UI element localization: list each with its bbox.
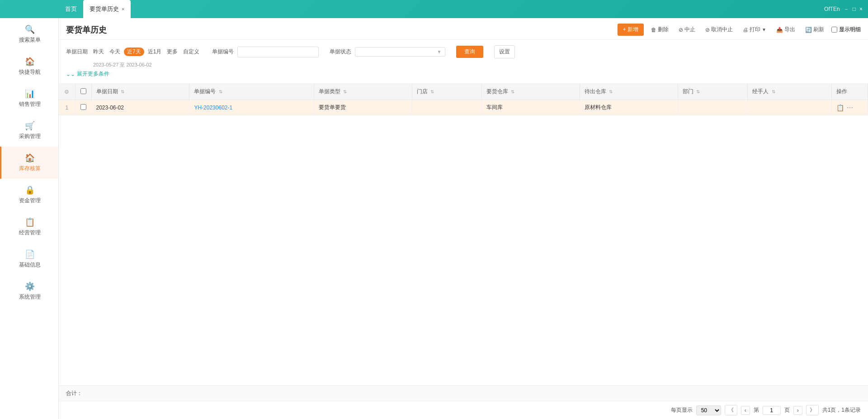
row-more-icon[interactable]: ⋯ bbox=[847, 104, 853, 111]
top-bar: 首页 要货单历史 × OfTEn － □ × bbox=[0, 0, 868, 18]
sort-doctype-icon[interactable]: ⇅ bbox=[343, 89, 347, 94]
sidebar-item-system[interactable]: ⚙️ 系统管理 bbox=[0, 275, 58, 307]
sidebar-item-operation[interactable]: 📋 经营管理 bbox=[0, 211, 58, 243]
date-filter-group: 单据日期 昨天 今天 近7天 近1月 更多 自定义 bbox=[66, 48, 201, 56]
stop-icon: ⊘ bbox=[679, 27, 683, 33]
shortcut-7days[interactable]: 近7天 bbox=[124, 48, 144, 56]
brand-label: OfTEn bbox=[824, 6, 840, 12]
date-shortcuts: 昨天 今天 近7天 近1月 更多 自定义 bbox=[91, 48, 201, 56]
delete-button[interactable]: 🗑 删除 bbox=[648, 24, 671, 35]
sidebar-item-label: 系统管理 bbox=[19, 293, 41, 301]
row-pending-warehouse: 原材料仓库 bbox=[580, 100, 678, 115]
prev-page-btn[interactable]: ‹ bbox=[741, 406, 750, 415]
sidebar-item-quick-nav[interactable]: 🏠 快捷导航 bbox=[0, 50, 58, 82]
minimize-btn[interactable]: － bbox=[844, 5, 849, 13]
total-info: 共1页，1条记录 bbox=[822, 406, 861, 414]
maximize-btn[interactable]: □ bbox=[853, 6, 856, 12]
sidebar-item-inventory[interactable]: 🏠 库存核算 bbox=[0, 147, 58, 179]
first-page-btn[interactable]: 《 bbox=[725, 405, 737, 415]
col-doc-no: 单据编号 ⇅ bbox=[189, 84, 314, 100]
window-close-btn[interactable]: × bbox=[859, 6, 863, 12]
row-num: 1 bbox=[59, 100, 75, 115]
sort-handler-icon[interactable]: ⇅ bbox=[772, 89, 775, 94]
print-button[interactable]: 🖨 打印 ▼ bbox=[740, 24, 769, 35]
sort-date-icon[interactable]: ⇅ bbox=[121, 89, 124, 94]
content-area: 要货单历史 + 新增 🗑 删除 ⊘ 中止 ⊘ 取消中止 🖨 打印 bbox=[59, 18, 868, 419]
query-button[interactable]: 查询 bbox=[456, 46, 483, 58]
sort-reqwh-icon[interactable]: ⇅ bbox=[511, 89, 514, 94]
date-range-text: 2023-05-27 至 2023-06-02 bbox=[93, 62, 152, 67]
expand-conditions-btn[interactable]: ⌄⌄ 展开更多条件 bbox=[66, 70, 861, 78]
row-handler bbox=[748, 100, 832, 115]
sidebar-item-search-menu[interactable]: 🔍 搜索菜单 bbox=[0, 18, 58, 50]
sidebar-item-label: 搜索菜单 bbox=[19, 36, 41, 44]
sort-pendwh-icon[interactable]: ⇅ bbox=[609, 89, 613, 94]
finance-icon: 🔒 bbox=[25, 185, 35, 195]
sidebar: 🔍 搜索菜单 🏠 快捷导航 📊 销售管理 🛒 采购管理 🏠 库存核算 🔒 资金管… bbox=[0, 18, 59, 419]
tab-close-icon[interactable]: × bbox=[122, 6, 124, 12]
cancel-stop-icon: ⊘ bbox=[705, 27, 710, 33]
shortcut-custom[interactable]: 自定义 bbox=[181, 48, 201, 56]
status-dropdown-icon: ▼ bbox=[437, 49, 441, 54]
data-table: ⚙ 单据日期 ⇅ 单据编号 ⇅ bbox=[59, 84, 868, 115]
filter-row-1: 单据日期 昨天 今天 近7天 近1月 更多 自定义 单据编号 bbox=[66, 45, 861, 58]
col-date: 单据日期 ⇅ bbox=[91, 84, 189, 100]
delete-icon: 🗑 bbox=[651, 27, 656, 33]
sales-icon: 📊 bbox=[25, 89, 35, 99]
row-edit-icon[interactable]: 📋 bbox=[836, 104, 844, 111]
base-info-icon: 📄 bbox=[25, 249, 35, 259]
show-detail-checkbox[interactable] bbox=[831, 27, 837, 33]
tab-active[interactable]: 要货单历史 × bbox=[83, 0, 131, 18]
shortcut-yesterday[interactable]: 昨天 bbox=[91, 48, 106, 56]
shortcut-today[interactable]: 今天 bbox=[108, 48, 122, 56]
row-store bbox=[412, 100, 481, 115]
sort-docno-icon[interactable]: ⇅ bbox=[219, 89, 222, 94]
col-settings[interactable]: ⚙ bbox=[59, 84, 75, 100]
table-container: ⚙ 单据日期 ⇅ 单据编号 ⇅ bbox=[59, 84, 868, 386]
doc-no-label: 单据编号 bbox=[212, 48, 234, 56]
next-page-btn[interactable]: › bbox=[793, 406, 802, 415]
cancel-stop-button[interactable]: ⊘ 取消中止 bbox=[703, 24, 736, 35]
page-input[interactable] bbox=[763, 406, 781, 415]
settings-button[interactable]: 设置 bbox=[494, 45, 515, 58]
stop-button[interactable]: ⊘ 中止 bbox=[676, 24, 698, 35]
tab-home[interactable]: 首页 bbox=[59, 0, 83, 18]
new-button[interactable]: + 新增 bbox=[618, 24, 644, 36]
print-dropdown-icon: ▼ bbox=[762, 27, 766, 32]
sort-dept-icon[interactable]: ⇅ bbox=[696, 89, 700, 94]
sidebar-item-base-info[interactable]: 📄 基础信息 bbox=[0, 243, 58, 275]
table-row: 1 2023-06-02 YH-20230602-1 要货单要货 车间库 原材料… bbox=[59, 100, 868, 115]
sidebar-item-purchase[interactable]: 🛒 采购管理 bbox=[0, 114, 58, 147]
export-button[interactable]: 📤 导出 bbox=[774, 24, 798, 35]
top-bar-right: OfTEn － □ × bbox=[824, 5, 868, 13]
export-icon: 📤 bbox=[776, 27, 783, 33]
sidebar-item-finance[interactable]: 🔒 资金管理 bbox=[0, 179, 58, 211]
show-detail-label[interactable]: 显示明细 bbox=[831, 26, 861, 33]
page-size-select[interactable]: 50 100 200 bbox=[696, 405, 721, 415]
status-select[interactable]: ▼ bbox=[355, 47, 445, 57]
row-actions: 📋 ⋯ bbox=[832, 100, 868, 115]
row-dept bbox=[678, 100, 747, 115]
sort-store-icon[interactable]: ⇅ bbox=[430, 89, 434, 94]
col-req-warehouse: 要货仓库 ⇅ bbox=[481, 84, 580, 100]
row-doc-no: YH-20230602-1 bbox=[189, 100, 314, 115]
row-checkbox[interactable] bbox=[80, 104, 86, 110]
shortcut-1month[interactable]: 近1月 bbox=[146, 48, 164, 56]
select-all-checkbox[interactable] bbox=[80, 88, 86, 94]
doc-no-input[interactable] bbox=[237, 47, 319, 57]
filter-area: 单据日期 昨天 今天 近7天 近1月 更多 自定义 单据编号 bbox=[59, 40, 868, 84]
sidebar-item-label: 资金管理 bbox=[19, 197, 41, 205]
table-header-row: ⚙ 单据日期 ⇅ 单据编号 ⇅ bbox=[59, 84, 868, 100]
row-req-warehouse: 车间库 bbox=[481, 100, 580, 115]
doc-no-link[interactable]: YH-20230602-1 bbox=[194, 105, 232, 111]
sidebar-item-label: 经营管理 bbox=[19, 229, 41, 237]
column-settings-icon[interactable]: ⚙ bbox=[64, 89, 69, 95]
sidebar-item-sales[interactable]: 📊 销售管理 bbox=[0, 82, 58, 114]
shortcut-more[interactable]: 更多 bbox=[165, 48, 179, 56]
refresh-button[interactable]: 🔄 刷新 bbox=[802, 24, 827, 35]
total-label: 合计： bbox=[66, 390, 82, 396]
sidebar-item-label: 采购管理 bbox=[19, 133, 41, 140]
col-handler: 经手人 ⇅ bbox=[748, 84, 832, 100]
last-page-btn[interactable]: 》 bbox=[806, 405, 819, 415]
page-size-label: 每页显示 bbox=[671, 406, 693, 414]
